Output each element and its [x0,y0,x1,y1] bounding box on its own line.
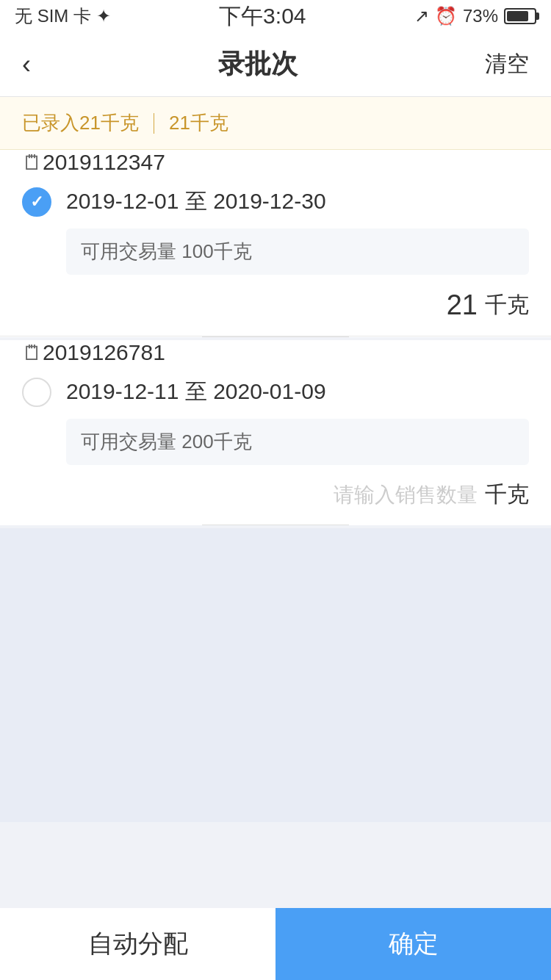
location-icon: ↗ [414,6,429,26]
batch-header-1: 🗒 2019112347 [0,150,551,187]
input-row-2: 请输入销售数量 千克 [0,465,551,525]
bottom-bar: 自动分配 确定 [0,908,551,980]
input-placeholder-2: 请输入销售数量 [334,481,478,509]
batch-item-1: 🗒 2019112347 2019-12-01 至 2019-12-30 可用交… [0,150,551,337]
batch-icon-1: 🗒 [22,151,43,175]
main-content: 已录入21千克 21千克 🗒 2019112347 2019-12-01 至 2… [0,97,551,894]
info-banner: 已录入21千克 21千克 [0,97,551,150]
nav-bar: ‹ 录批次 清空 [0,32,551,97]
input-unit-2: 千克 [485,480,529,510]
status-bar-left: 无 SIM 卡 ✦ [15,4,111,28]
batch-header-2: 🗒 2019126781 [0,340,551,377]
batch-date-1: 2019-12-01 至 2019-12-30 [66,187,326,217]
batch-row-1[interactable]: 2019-12-01 至 2019-12-30 [0,187,551,228]
recorded-value: 21千克 [169,110,228,136]
clear-button[interactable]: 清空 [485,49,529,79]
batch-icon-2: 🗒 [22,341,43,365]
status-bar-time: 下午3:04 [219,1,306,32]
page-title: 录批次 [218,46,298,82]
amount-row-1: 21 千克 [0,275,551,336]
empty-area [0,528,551,822]
radio-unselected-2[interactable] [22,378,51,407]
banner-divider [154,113,154,134]
sim-label: 无 SIM 卡 ✦ [15,4,111,28]
recorded-label: 已录入21千克 [22,110,139,136]
separator-1 [202,336,349,337]
confirm-button[interactable]: 确定 [276,908,551,980]
separator-2 [202,525,349,525]
batch-id-1: 2019112347 [43,150,165,175]
battery-icon [504,8,536,24]
batch-date-2: 2019-12-11 至 2020-01-09 [66,377,326,407]
batch-row-2[interactable]: 2019-12-11 至 2020-01-09 [0,377,551,419]
batch-item-2: 🗒 2019126781 2019-12-11 至 2020-01-09 可用交… [0,340,551,525]
availability-box-1: 可用交易量 100千克 [66,228,529,275]
batch-id-2: 2019126781 [43,340,165,365]
status-bar: 无 SIM 卡 ✦ 下午3:04 ↗ ⏰ 73% [0,0,551,32]
amount-unit-1: 千克 [485,290,529,320]
status-bar-right: ↗ ⏰ 73% [414,6,536,26]
amount-value-1: 21 [447,289,478,321]
back-button[interactable]: ‹ [22,49,31,80]
radio-selected-1[interactable] [22,187,51,217]
availability-box-2: 可用交易量 200千克 [66,419,529,465]
alarm-icon: ⏰ [435,6,457,26]
auto-distribute-button[interactable]: 自动分配 [0,908,276,980]
battery-percent: 73% [463,6,498,26]
